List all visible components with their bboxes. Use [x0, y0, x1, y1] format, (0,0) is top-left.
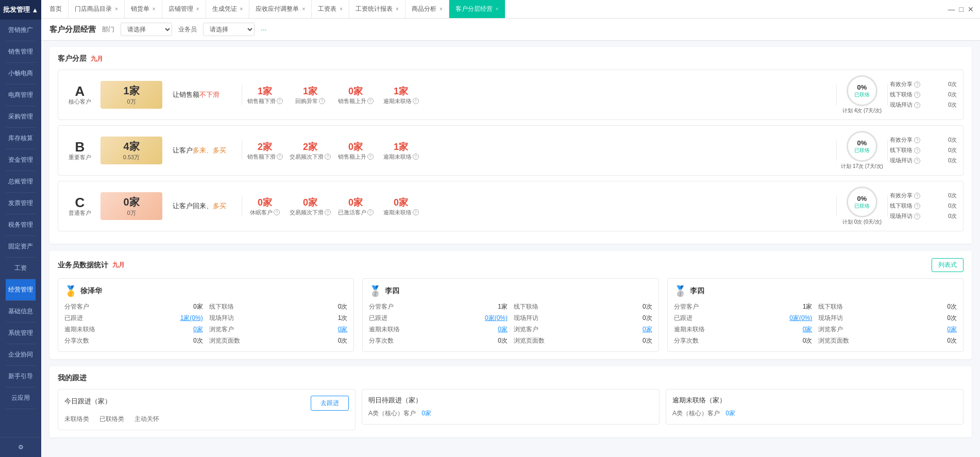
tier-stat-item[interactable]: 0家休眠客户 ?	[244, 196, 285, 216]
info-icon[interactable]: ?	[914, 92, 920, 98]
tab-工资表[interactable]: 工资表×	[312, 0, 349, 19]
info-icon[interactable]: ?	[325, 154, 331, 160]
info-icon[interactable]: ?	[319, 98, 325, 104]
info-icon[interactable]: ?	[914, 147, 920, 154]
sidebar-item-企业协同[interactable]: 企业协同	[6, 344, 36, 366]
sidebar-item-系统管理[interactable]: 系统管理	[6, 323, 36, 344]
staff-row-value[interactable]: 0家	[193, 325, 203, 334]
staff-row-value[interactable]: 0家	[947, 325, 957, 334]
goto-followup-button[interactable]: 去跟进	[311, 396, 349, 411]
tab-minimize-button[interactable]: —	[948, 5, 955, 13]
sidebar-item-销售管理[interactable]: 销售管理	[6, 41, 36, 63]
sidebar-item-库存核算[interactable]: 库存核算	[6, 128, 36, 149]
tab-首页[interactable]: 首页	[43, 0, 69, 19]
info-icon[interactable]: ?	[914, 158, 920, 164]
sidebar-item-税务管理[interactable]: 税务管理	[6, 214, 36, 236]
staff-row: 现场拜访0次	[514, 314, 652, 323]
tier-stat-item[interactable]: 0家销售额上升 ?	[335, 85, 376, 105]
sidebar-item-采购管理[interactable]: 采购管理	[6, 106, 36, 128]
list-view-button[interactable]: 列表式	[932, 258, 964, 272]
tab-店铺管理[interactable]: 店铺管理×	[162, 0, 206, 19]
info-icon[interactable]: ?	[367, 154, 374, 160]
tier-stat-item[interactable]: 2家交易频次下滑 ?	[290, 141, 331, 161]
info-icon[interactable]: ?	[413, 98, 419, 104]
info-icon[interactable]: ?	[914, 81, 920, 88]
info-icon[interactable]: ?	[914, 102, 920, 108]
sidebar-item-新手引导[interactable]: 新手引导	[6, 366, 36, 387]
tab-客户分层经营[interactable]: 客户分层经营×	[449, 0, 505, 19]
tier-slogan-highlight: 不下滑	[199, 91, 219, 98]
tab-maximize-button[interactable]: □	[959, 5, 964, 13]
page-title: 客户分层经营	[49, 25, 96, 35]
sidebar-item-总账管理[interactable]: 总账管理	[6, 171, 36, 193]
staff-row-value[interactable]: 0家	[498, 325, 508, 334]
staff-row-value[interactable]: 0家	[338, 325, 348, 334]
sidebar-header[interactable]: 批发管理 ▲	[0, 0, 41, 20]
info-icon[interactable]: ?	[413, 154, 419, 160]
tier-count-block[interactable]: 1家0万	[100, 81, 162, 109]
info-icon[interactable]: ?	[914, 137, 920, 143]
sidebar-item-云应用[interactable]: 云应用	[6, 387, 36, 409]
sidebar-item-固定资产[interactable]: 固定资产	[6, 236, 36, 258]
staff-row-value[interactable]: 0家(0%)	[485, 314, 508, 323]
info-icon[interactable]: ?	[413, 209, 419, 215]
tab-close-icon[interactable]: ×	[496, 6, 499, 12]
tab-close-icon[interactable]: ×	[340, 6, 343, 12]
staff-row-value[interactable]: 0家(0%)	[789, 314, 812, 323]
tier-count-block[interactable]: 4家0.53万	[100, 137, 162, 164]
stat-line-label: 线下联络 ?	[890, 90, 920, 100]
tier-stat-item[interactable]: 1家销售额下滑 ?	[244, 85, 285, 105]
tier-slogan: 让客户回来、多买	[167, 201, 240, 211]
info-icon[interactable]: ?	[325, 209, 331, 215]
sidebar-item-经营管理[interactable]: 经营管理	[6, 279, 36, 301]
tier-stat-item[interactable]: 2家销售额下滑 ?	[244, 141, 285, 161]
sidebar-item-发票管理[interactable]: 发票管理	[6, 193, 36, 214]
sidebar-item-基础信息[interactable]: 基础信息	[6, 301, 36, 323]
tier-stat-item[interactable]: 1家逾期未联络 ?	[380, 141, 421, 161]
tab-商品分析[interactable]: 商品分析×	[405, 0, 449, 19]
dept-select[interactable]: 请选择	[121, 23, 172, 36]
tab-工资统计报表[interactable]: 工资统计报表×	[349, 0, 405, 19]
tier-stat-item[interactable]: 1家回购异常 ?	[290, 85, 331, 105]
staff-row-value[interactable]: 0家	[643, 325, 652, 334]
staff-row-value[interactable]: 1家(0%)	[180, 314, 203, 323]
staff-select[interactable]: 请选择	[203, 23, 255, 36]
tier-stat-item[interactable]: 0家逾期未联络 ?	[380, 196, 421, 216]
sidebar-item-小畅电商[interactable]: 小畅电商	[6, 63, 36, 84]
info-icon[interactable]: ?	[274, 209, 280, 215]
tab-close-icon[interactable]: ×	[396, 6, 399, 12]
info-icon[interactable]: ?	[914, 203, 920, 209]
tier-stat-item[interactable]: 0家销售额上升 ?	[335, 141, 376, 161]
tab-生成凭证[interactable]: 生成凭证×	[206, 0, 250, 19]
tab-门店商品目录[interactable]: 门店商品目录×	[69, 0, 125, 19]
tab-应收应付调整单[interactable]: 应收应付调整单×	[249, 0, 312, 19]
staff-row-label: 分管客户	[369, 302, 394, 311]
tier-stat-num: 0家	[290, 196, 331, 209]
sidebar-item-资金管理[interactable]: 资金管理	[6, 149, 36, 171]
tier-count-block[interactable]: 0家0万	[100, 192, 162, 220]
tab-close-icon[interactable]: ×	[302, 6, 305, 12]
info-icon[interactable]: ?	[914, 213, 920, 219]
info-icon[interactable]: ?	[277, 154, 283, 160]
sidebar-item-电商管理[interactable]: 电商管理	[6, 84, 36, 106]
tab-close-icon[interactable]: ×	[153, 6, 156, 12]
tab-close-icon[interactable]: ×	[440, 6, 443, 12]
info-icon[interactable]: ?	[914, 193, 920, 199]
info-icon[interactable]: ?	[367, 209, 374, 215]
more-options-icon[interactable]: ···	[261, 25, 267, 33]
tab-close-button[interactable]: ✕	[968, 5, 974, 13]
tier-stat-item[interactable]: 0家已激活客户 ?	[335, 196, 376, 216]
tab-销货单[interactable]: 销货单×	[125, 0, 162, 19]
info-icon[interactable]: ?	[277, 98, 283, 104]
tab-close-icon[interactable]: ×	[115, 6, 118, 12]
tab-close-icon[interactable]: ×	[240, 6, 243, 12]
sidebar-collapse-icon[interactable]: ▲	[32, 6, 39, 14]
tier-stat-item[interactable]: 0家交易频次下滑 ?	[290, 196, 331, 216]
info-icon[interactable]: ?	[367, 98, 374, 104]
sidebar-item-营销推广[interactable]: 营销推广	[6, 20, 36, 41]
sidebar-item-工资[interactable]: 工资	[6, 258, 36, 279]
tab-close-icon[interactable]: ×	[196, 6, 199, 12]
staff-row-value[interactable]: 0家	[803, 325, 813, 334]
settings-icon[interactable]: ⚙	[0, 437, 41, 457]
tier-stat-item[interactable]: 1家逾期未联络 ?	[380, 85, 421, 105]
